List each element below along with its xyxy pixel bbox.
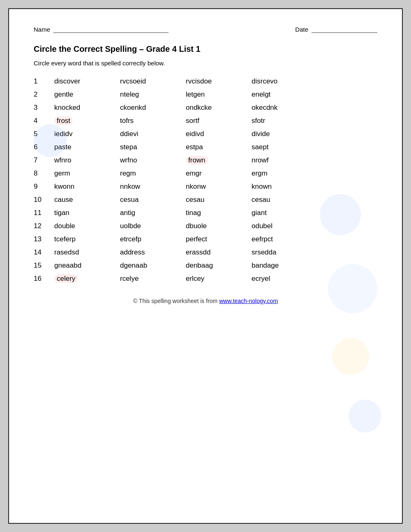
word-cell: etrcefp (120, 235, 186, 243)
word-cell: gentle (54, 90, 120, 99)
word-cell: tigan (54, 209, 120, 217)
word-cell: enelgt (252, 90, 317, 99)
word-cell: erassdd (186, 248, 252, 257)
word-cell: odubel (252, 222, 317, 230)
word-cell: tceferp (54, 235, 120, 243)
word-cell: rvcsoeid (120, 77, 186, 86)
word-cell: ddievi (120, 130, 186, 138)
name-field: Name (34, 25, 169, 33)
word-cell: sortf (186, 117, 252, 125)
footer-link[interactable]: www.teach-nology.com (219, 298, 278, 304)
word-cell: divide (252, 130, 317, 138)
table-row: 12doubleuolbdedbuoleodubel (34, 220, 377, 233)
word-cell: nrowf (252, 156, 317, 164)
name-underline (53, 25, 169, 33)
row-number: 1 (34, 77, 54, 86)
row-number: 7 (34, 156, 54, 164)
row-number: 15 (34, 261, 54, 270)
date-label: Date (295, 26, 308, 33)
row-number: 9 (34, 183, 54, 191)
page-title: Circle the Correct Spelling – Grade 4 Li… (34, 44, 377, 54)
word-cell: uolbde (120, 222, 186, 230)
word-cell: ondkcke (186, 104, 252, 112)
word-cell: iedidv (54, 130, 120, 138)
word-cell: rcelye (120, 275, 186, 283)
highlighted-word: frost (54, 116, 73, 125)
word-cell: cause (54, 196, 120, 204)
word-cell: dbuole (186, 222, 252, 230)
word-cell: cesau (252, 196, 317, 204)
word-cell: stepa (120, 143, 186, 151)
word-cell: erlcey (186, 275, 252, 283)
word-cell: denbaag (186, 261, 252, 270)
table-row: 15gneaabddgenaabdenbaagbandage (34, 259, 377, 272)
word-cell: cesau (186, 196, 252, 204)
row-number: 13 (34, 235, 54, 243)
word-cell: frost (54, 117, 120, 125)
word-cell: antig (120, 209, 186, 217)
date-field: Date (295, 25, 377, 33)
word-cell: okecdnk (252, 104, 317, 112)
word-cell: regm (120, 169, 186, 178)
word-cell: tofrs (120, 117, 186, 125)
word-cell: discover (54, 77, 120, 86)
table-row: 13tceferpetrcefpperfecteefrpct (34, 233, 377, 246)
word-cell: ecryel (252, 275, 317, 283)
word-cell: emgr (186, 169, 252, 178)
table-row: 4frosttofrssortfsfotr (34, 114, 377, 127)
word-cell: disrcevo (252, 77, 317, 86)
word-cell: nkonw (186, 183, 252, 191)
word-cell: address (120, 248, 186, 257)
word-list: 1discoverrvcsoeidrvcisdoedisrcevo2gentle… (34, 75, 377, 285)
table-row: 8germregmemgrergm (34, 167, 377, 180)
word-cell: perfect (186, 235, 252, 243)
table-row: 1discoverrvcsoeidrvcisdoedisrcevo (34, 75, 377, 88)
word-cell: wfnro (54, 156, 120, 164)
word-cell: saept (252, 143, 317, 151)
row-number: 10 (34, 196, 54, 204)
table-row: 10causecesuacesaucesau (34, 193, 377, 206)
instruction-text: Circle every word that is spelled correc… (34, 60, 377, 67)
row-number: 4 (34, 117, 54, 125)
row-number: 5 (34, 130, 54, 138)
word-cell: tinag (186, 209, 252, 217)
row-number: 12 (34, 222, 54, 230)
word-cell: letgen (186, 90, 252, 99)
word-cell: rvcisdoe (186, 77, 252, 86)
word-cell: frown (186, 156, 252, 164)
word-cell: giant (252, 209, 317, 217)
word-cell: nnkow (120, 183, 186, 191)
row-number: 2 (34, 90, 54, 99)
date-underline (312, 25, 377, 33)
table-row: 2gentlentelegletgenenelgt (34, 88, 377, 101)
word-cell: srsedda (252, 248, 317, 257)
worksheet-page: Name Date Circle the Correct Spelling – … (8, 8, 403, 524)
word-cell: known (252, 183, 317, 191)
highlighted-word: frown (186, 156, 208, 164)
highlighted-word: celery (54, 274, 78, 283)
word-cell: estpa (186, 143, 252, 151)
word-cell: eefrpct (252, 235, 317, 243)
header: Name Date (34, 25, 377, 33)
footer-text: © This spelling worksheet is from (133, 298, 219, 304)
word-cell: rasedsd (54, 248, 120, 257)
word-cell: germ (54, 169, 120, 178)
word-cell: celery (54, 275, 120, 283)
table-row: 7wfnrowrfnofrownnrowf (34, 154, 377, 167)
footer: © This spelling worksheet is from www.te… (34, 298, 377, 304)
word-cell: paste (54, 143, 120, 151)
word-cell: cesua (120, 196, 186, 204)
table-row: 3knockedckoenkdondkckeokecdnk (34, 101, 377, 114)
word-cell: kwonn (54, 183, 120, 191)
table-row: 16celeryrcelyeerlceyecryel (34, 272, 377, 285)
word-cell: dgenaab (120, 261, 186, 270)
word-cell: knocked (54, 104, 120, 112)
table-row: 11tiganantigtinaggiant (34, 206, 377, 220)
word-cell: ckoenkd (120, 104, 186, 112)
row-number: 11 (34, 209, 54, 217)
word-cell: wrfno (120, 156, 186, 164)
row-number: 8 (34, 169, 54, 178)
row-number: 6 (34, 143, 54, 151)
word-cell: eidivd (186, 130, 252, 138)
word-cell: bandage (252, 261, 317, 270)
